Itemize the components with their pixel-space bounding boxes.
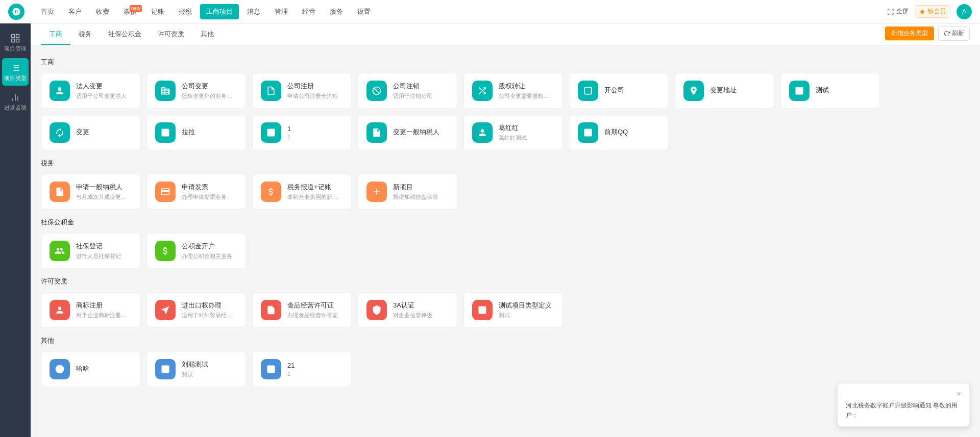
card-title: 法人变更	[76, 82, 132, 91]
nav-service[interactable]: 服务	[324, 4, 349, 19]
test-icon	[789, 81, 810, 101]
card-title: 刘聪测试	[182, 360, 237, 369]
section-title: 工商	[41, 58, 970, 67]
qq-icon	[578, 122, 598, 143]
change-icon	[50, 122, 70, 143]
card-item[interactable]: 哈哈	[41, 351, 140, 387]
card-title: 哈哈	[76, 364, 132, 373]
num21-icon	[261, 359, 281, 379]
card-info: 税务报道+记账拿到营业执照的新公司	[287, 183, 343, 201]
card-item[interactable]: 葛红红葛红红测试	[463, 115, 563, 150]
refresh-button[interactable]: 刷新	[938, 26, 970, 41]
card-item[interactable]: 新项目报税加税控盘保管	[358, 174, 457, 210]
card-item[interactable]: 测试项目类型定义测试	[463, 292, 563, 328]
nav-client[interactable]: 客户	[62, 4, 88, 19]
card-item[interactable]: 社保登记进行人员社保登记	[41, 233, 140, 269]
card-item[interactable]: 刘聪测试测试	[146, 351, 246, 387]
nav-manage[interactable]: 管理	[268, 4, 294, 19]
cards-grid: 社保登记进行人员社保登记公积金开户办理公积金相关业务	[41, 233, 970, 269]
lala-icon	[155, 122, 176, 143]
social-icon	[50, 241, 70, 261]
nav-tax[interactable]: 报税	[173, 4, 198, 19]
card-desc: 当月或次月成变更完成	[76, 193, 132, 201]
tab-other[interactable]: 其他	[192, 23, 222, 45]
member-label: 畅会员	[927, 7, 946, 16]
card-info: 前期QQ	[604, 127, 660, 138]
tab-tax[interactable]: 税务	[70, 23, 100, 45]
card-item[interactable]: 变更一般纳税人	[358, 115, 457, 150]
card-item[interactable]: 食品经营许可证办理食品经营许可证	[252, 292, 352, 328]
card-item[interactable]: 公司变更股权变更外的业务变更	[146, 73, 246, 109]
cert-icon	[366, 300, 387, 320]
user-avatar[interactable]: A	[957, 4, 972, 19]
card-item[interactable]: 进出口权办理适用于对外贸易经营者	[146, 292, 246, 328]
notification-content: 河北税务数字账户升级影响通知 尊敬的用户：	[846, 401, 961, 420]
card-title: 开公司	[604, 86, 660, 95]
nav-ticket[interactable]: 票据 new	[117, 4, 143, 19]
sidebar-item-project-manage[interactable]: 项目管理	[2, 29, 29, 56]
building-icon	[155, 81, 176, 101]
section-许可资质: 许可资质商标注册用于企业商标注册服务进出口权办理适用于对外贸易经营者食品经营许可…	[41, 277, 970, 328]
card-item[interactable]: 股权转让公司变更需要股权转让	[463, 73, 563, 109]
card-info: 拉拉	[182, 127, 237, 138]
nav-right: 全屏 畅会员 A	[887, 4, 972, 19]
card-item[interactable]: 公司注销适用于注销公司	[358, 73, 457, 109]
tab-business[interactable]: 工商	[41, 23, 70, 45]
card-title: 葛红红	[499, 123, 554, 133]
card-item[interactable]: 变更	[41, 115, 140, 150]
card-item[interactable]: 公积金开户办理公积金相关业务	[146, 233, 246, 269]
card-info: 公司注销适用于注销公司	[393, 82, 449, 100]
card-item[interactable]: 拉拉	[146, 115, 246, 150]
new-type-button[interactable]: 新增业务类型	[885, 27, 934, 40]
fullscreen-button[interactable]: 全屏	[887, 7, 909, 16]
card-item[interactable]: 111	[252, 115, 352, 150]
svg-rect-3	[16, 39, 19, 42]
card-desc: 测试	[499, 312, 554, 319]
nav-operation[interactable]: 经营	[296, 4, 322, 19]
testtype-icon	[472, 300, 493, 320]
card-title: 1	[287, 125, 343, 133]
logo[interactable]	[8, 4, 24, 20]
card-title: 进出口权办理	[182, 301, 237, 310]
nav-message[interactable]: 消息	[241, 4, 266, 19]
card-item[interactable]: 211	[252, 351, 352, 387]
sidebar-item-project-type[interactable]: 项目类型	[2, 58, 29, 86]
tab-license[interactable]: 许可资质	[150, 23, 192, 45]
svg-rect-22	[162, 366, 169, 373]
card-title: 21	[287, 362, 343, 369]
sidebar-item-progress[interactable]: 进度监测	[2, 88, 29, 115]
svg-text:1: 1	[270, 130, 273, 135]
card-item[interactable]: 3A认证对企业信誉评级	[358, 292, 457, 328]
card-item[interactable]: 变更地址	[675, 73, 774, 109]
card-item[interactable]: 公司注册申请公司注册全流程	[252, 73, 352, 109]
card-info: 法人变更适用于公司变更法人	[76, 82, 132, 100]
card-info: 食品经营许可证办理食品经营许可证	[287, 301, 343, 319]
card-desc: 报税加税控盘保管	[393, 193, 449, 201]
nav-settings[interactable]: 设置	[351, 4, 377, 19]
notification-close[interactable]: ×	[957, 390, 961, 398]
card-item[interactable]: 申请发票办理申请发票业务	[146, 174, 246, 210]
card-item[interactable]: 前期QQ	[569, 115, 669, 150]
nav-billing[interactable]: 收费	[90, 4, 115, 19]
svg-rect-14	[162, 129, 169, 137]
notification-popup: × 河北税务数字账户升级影响通知 尊敬的用户：	[837, 383, 970, 427]
card-item[interactable]: 测试	[780, 73, 880, 109]
new-icon	[366, 182, 387, 202]
tax-icon	[261, 182, 281, 202]
card-desc: 适用于注销公司	[393, 92, 449, 100]
card-item[interactable]: 法人变更适用于公司变更法人	[41, 73, 140, 109]
card-item[interactable]: 申请一般纳税人当月或次月成变更完成	[41, 174, 140, 210]
card-item[interactable]: 开公司	[569, 73, 669, 109]
list-icon	[10, 62, 21, 73]
card-desc: 公司变更需要股权转让	[499, 92, 554, 100]
section-title: 社保公积金	[41, 218, 970, 227]
card-item[interactable]: 税务报道+记账拿到营业执照的新公司	[252, 174, 352, 210]
taxpayer-icon	[366, 122, 387, 143]
tab-social[interactable]: 社保公积金	[100, 23, 150, 45]
nav-bookkeeping[interactable]: 记账	[145, 4, 170, 19]
card-item[interactable]: 商标注册用于企业商标注册服务	[41, 292, 140, 328]
nav-home[interactable]: 首页	[35, 4, 60, 19]
nav-business[interactable]: 工商项目	[200, 4, 239, 19]
card-info: 3A认证对企业信誉评级	[393, 301, 449, 319]
member-button[interactable]: 畅会员	[915, 5, 950, 18]
